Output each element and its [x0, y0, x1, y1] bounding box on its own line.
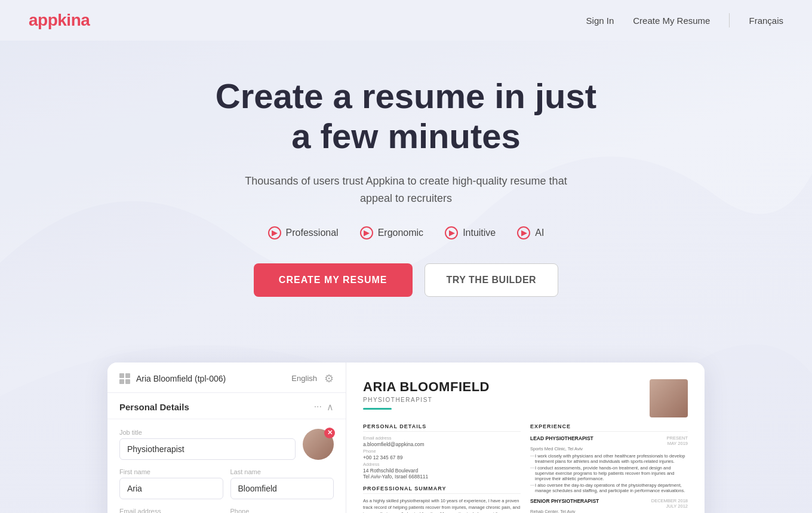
features-row: ▶ Professional ▶ Ergonomic ▶ Intuitive ▶…	[12, 226, 800, 239]
feature-ai: ▶ AI	[517, 226, 544, 239]
last-name-input[interactable]	[230, 478, 334, 499]
hero-section: Create a resume in just a few minutes Th…	[0, 41, 812, 513]
nav-links: Sign In Create My Resume Français	[586, 13, 783, 27]
hero-title: Create a resume in just a few minutes	[203, 76, 609, 156]
last-name-label: Last name	[230, 468, 334, 475]
logo[interactable]: appkina	[29, 11, 90, 30]
first-name-group: First name	[119, 468, 223, 499]
resume-email-label: Email address	[363, 435, 521, 441]
editor-panel: Aria Bloomfield (tpl-006) English ⚙ Pers…	[107, 363, 346, 513]
exp-1-bullet-1: I work closely with physicians and other…	[530, 453, 688, 464]
resume-name-block: ARIA BLOOMFIELD PHYSIOTHERAPIST	[363, 379, 490, 410]
accent-bar	[363, 408, 392, 410]
first-name-input[interactable]	[119, 478, 223, 499]
resume-job-title: PHYSIOTHERAPIST	[363, 397, 490, 403]
phone-group: Phone	[230, 508, 334, 513]
exp-2-company: Rehab Center, Tel Aviv	[530, 509, 688, 513]
exp-2-title: SENIOR PHYSIOTHERAPIST	[530, 498, 599, 509]
grid-icon	[119, 373, 130, 384]
exp-1-start-date: MAY 2019	[668, 441, 688, 446]
resume-columns: PERSONAL DETAILS Email address a.bloomfi…	[363, 423, 688, 513]
editor-header: Aria Bloomfield (tpl-006) English ⚙	[107, 363, 346, 393]
exp-1-title: LEAD PHYSIOTHERAPIST	[530, 435, 593, 446]
editor-language[interactable]: English	[291, 374, 317, 383]
resume-right-col: EXPERIENCE LEAD PHYSIOTHERAPIST PRESENT …	[530, 423, 688, 513]
create-resume-link[interactable]: Create My Resume	[633, 16, 710, 26]
feature-label-ai: AI	[535, 228, 544, 238]
resume-phone-label: Phone	[363, 449, 521, 454]
feature-icon-ergonomic: ▶	[360, 226, 373, 239]
editor-template-name: Aria Bloomfield (tpl-006)	[136, 374, 226, 383]
language-selector[interactable]: Français	[749, 16, 783, 26]
job-title-row: Job title ✕	[119, 429, 334, 460]
collapse-icon[interactable]: ∧	[327, 401, 334, 413]
feature-label-intuitive: Intuitive	[463, 228, 496, 238]
resume-left-col: PERSONAL DETAILS Email address a.bloomfi…	[363, 423, 521, 513]
contact-row: Email address Phone	[119, 508, 334, 513]
feature-intuitive: ▶ Intuitive	[445, 226, 496, 239]
demo-preview: Aria Bloomfield (tpl-006) English ⚙ Pers…	[0, 363, 812, 513]
first-name-label: First name	[119, 468, 223, 475]
feature-icon-intuitive: ▶	[445, 226, 458, 239]
cta-button-row: CREATE MY RESUME TRY THE BUILDER	[12, 263, 800, 297]
exp-1-bullet-3: I also oversee the day-to-day operations…	[530, 483, 688, 493]
feature-label-ergonomic: Ergonomic	[378, 228, 423, 238]
feature-icon-professional: ▶	[268, 226, 281, 239]
more-options-icon[interactable]: ···	[314, 401, 322, 412]
feature-icon-ai: ▶	[517, 226, 530, 239]
exp-1-end-date: PRESENT	[667, 435, 688, 441]
exp-1-company: Sports Med Clinic, Tel Aviv	[530, 446, 688, 451]
exp-entry-1: LEAD PHYSIOTHERAPIST PRESENT MAY 2019 Sp…	[530, 435, 688, 493]
resume-paper: ARIA BLOOMFIELD PHYSIOTHERAPIST PERSONAL…	[346, 363, 705, 513]
exp-1-row: LEAD PHYSIOTHERAPIST PRESENT MAY 2019	[530, 435, 688, 446]
name-row: First name Last name	[119, 468, 334, 499]
pro-summary-text: As a highly skilled physiotherapist with…	[363, 497, 521, 513]
resume-address: 14 Rothschild Boulevard Tel Aviv-Yafo, I…	[363, 468, 521, 480]
job-title-label: Job title	[119, 429, 296, 436]
personal-details-section: PERSONAL DETAILS Email address a.bloomfi…	[363, 423, 521, 480]
create-resume-button[interactable]: CREATE MY RESUME	[254, 263, 413, 297]
experience-title: EXPERIENCE	[530, 423, 688, 432]
email-group: Email address	[119, 508, 223, 513]
pro-summary-title: PROFESSIONAL SUMMARY	[363, 486, 521, 494]
editor-body: Job title ✕ First name	[107, 419, 346, 513]
settings-icon[interactable]: ⚙	[324, 372, 334, 385]
exp-2-row: SENIOR PHYSIOTHERAPIST DECEMBER 2018 JUL…	[530, 498, 688, 509]
photo-wrap: ✕	[303, 429, 334, 460]
navbar: appkina Sign In Create My Resume Françai…	[0, 0, 812, 41]
feature-label-professional: Professional	[286, 228, 339, 238]
try-builder-button[interactable]: TRY THE BUILDER	[425, 263, 559, 297]
pro-summary-section: PROFESSIONAL SUMMARY As a highly skilled…	[363, 486, 521, 513]
resume-phone: +00 12 345 67 89	[363, 454, 521, 460]
resume-panel: ARIA BLOOMFIELD PHYSIOTHERAPIST PERSONAL…	[346, 363, 705, 513]
section-actions: ··· ∧	[314, 401, 334, 413]
resume-email: a.bloomfield@appkina.com	[363, 441, 521, 447]
feature-professional: ▶ Professional	[268, 226, 339, 239]
job-title-input[interactable]	[119, 438, 296, 460]
hero-content: Create a resume in just a few minutes Th…	[0, 41, 812, 363]
editor-header-left: Aria Bloomfield (tpl-006)	[119, 373, 226, 384]
resume-header: ARIA BLOOMFIELD PHYSIOTHERAPIST	[363, 379, 688, 417]
last-name-group: Last name	[230, 468, 334, 499]
hero-subtitle: Thousands of users trust Appkina to crea…	[239, 173, 573, 207]
demo-card: Aria Bloomfield (tpl-006) English ⚙ Pers…	[107, 363, 705, 513]
section-title: Personal Details	[119, 402, 189, 412]
nav-divider	[729, 13, 730, 27]
job-title-group: Job title	[119, 429, 296, 460]
resume-name: ARIA BLOOMFIELD	[363, 379, 490, 395]
phone-label: Phone	[230, 508, 334, 513]
exp-2-start-date: JULY 2012	[666, 503, 688, 509]
section-header: Personal Details ··· ∧	[107, 393, 346, 419]
resume-address-label: Address	[363, 462, 521, 467]
resume-photo	[650, 379, 688, 417]
remove-photo-button[interactable]: ✕	[324, 428, 335, 438]
sign-in-link[interactable]: Sign In	[586, 16, 614, 26]
personal-details-title: PERSONAL DETAILS	[363, 423, 521, 432]
exp-1-bullet-2: I conduct assessments, provide hands-on …	[530, 465, 688, 481]
exp-entry-2: SENIOR PHYSIOTHERAPIST DECEMBER 2018 JUL…	[530, 498, 688, 513]
exp-2-end-date: DECEMBER 2018	[651, 498, 688, 503]
feature-ergonomic: ▶ Ergonomic	[360, 226, 423, 239]
email-label: Email address	[119, 508, 223, 513]
